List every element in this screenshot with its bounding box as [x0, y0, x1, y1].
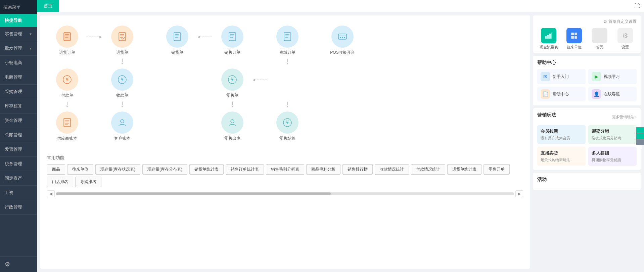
activity-title: 活动	[537, 177, 637, 183]
svg-text:¥: ¥	[231, 77, 234, 82]
func-btn-units[interactable]: 往来单位	[67, 164, 93, 175]
down-arrows-row: ▼ ▼	[47, 59, 523, 65]
func-btn-stock1[interactable]: 现存量(库存状况表)	[95, 164, 140, 175]
flow-node-mall-order[interactable]: 商城订单	[267, 26, 308, 55]
sidebar-search[interactable]: 搜索菜单	[0, 0, 37, 14]
help-item-video[interactable]: ▶ 视频学习	[588, 69, 637, 84]
flow-node-purchase[interactable]: 进货单	[102, 26, 142, 55]
flow-node-pos[interactable]: POS收银开台	[322, 26, 363, 55]
svg-rect-44	[551, 33, 552, 39]
marketing-item-livestream[interactable]: 直播卖货 场景式购物新玩法	[537, 147, 586, 166]
svg-point-38	[231, 120, 234, 123]
float-btn-community[interactable]: 服务社区	[636, 133, 644, 139]
flow-row-1: 进货订单 ▶	[47, 26, 523, 55]
func-btn-purchase-stat[interactable]: 进货单统计表	[447, 164, 481, 175]
marketing: 营销玩法 更多营销玩法 › 会员拉新 吸引用户成为会员 裂变分销 裂变式发展分销…	[533, 108, 641, 170]
sidebar-item-wholesale[interactable]: 批发管理 ▼	[0, 41, 37, 56]
sidebar-item-tax[interactable]: 税务管理	[0, 157, 37, 171]
svg-rect-32	[64, 119, 71, 127]
func-btn-receipt-stat[interactable]: 收款情况统计	[375, 164, 409, 175]
flow-node-purchase-order[interactable]: 进货订单	[47, 26, 87, 55]
help-item-help[interactable]: 📄 帮助中心	[537, 87, 586, 101]
sidebar-item-inventory[interactable]: 库存核算	[0, 99, 37, 114]
chevron-down-icon: ▼	[29, 47, 32, 50]
svg-rect-13	[229, 33, 236, 41]
float-btn-desktop[interactable]: 桌面快捷	[636, 139, 644, 145]
marketing-title: 营销玩法	[537, 112, 556, 118]
func-btn-sales-stat[interactable]: 销货单统计表	[189, 164, 224, 175]
marketing-more[interactable]: 更多营销玩法 ›	[612, 115, 637, 120]
sidebar-item-salary[interactable]: 工资	[0, 186, 37, 200]
flow-node-sale[interactable]: 销货单	[157, 26, 197, 55]
flow-node-payment[interactable]: ¥ 付款单	[47, 69, 87, 98]
func-btn-goods-profit[interactable]: 商品毛利分析	[306, 164, 340, 175]
sidebar-item-ledger[interactable]: 总账管理	[0, 128, 37, 142]
sidebar-item-purchase[interactable]: 采购管理	[0, 85, 37, 99]
float-btn-hotline[interactable]: 客服热线	[636, 127, 644, 133]
quick-access: ⚙ 首页自定义设置 现金流量表	[533, 15, 641, 53]
quick-grid: 现金流量表 往来单位	[537, 28, 637, 50]
func-btn-stock2[interactable]: 现存量(库存分布表)	[142, 164, 187, 175]
quick-access-settings-label[interactable]: 首页自定义设置	[608, 19, 637, 25]
flow-node-supplier-ledger[interactable]: 供应商账本	[47, 111, 87, 141]
settings-icon: ⚙	[617, 28, 633, 43]
func-btn-sales-order-stat[interactable]: 销售订单统计表	[226, 164, 264, 175]
svg-rect-42	[547, 35, 549, 39]
help-center-title: 帮助中心	[537, 60, 637, 66]
common-functions-title: 常用功能	[47, 155, 523, 161]
flow-node-retail[interactable]: ¥ 零售单	[212, 69, 252, 98]
func-btn-goods[interactable]: 商品	[47, 164, 65, 175]
flow-node-receipt[interactable]: ¥ 收款单	[102, 69, 142, 98]
chevron-down-icon: ▼	[29, 32, 32, 36]
help-item-support[interactable]: 👤 在线客服	[588, 87, 637, 101]
scroll-left-btn[interactable]: ◀	[47, 190, 55, 197]
func-btn-guide-rank[interactable]: 导购排名	[75, 177, 101, 187]
help-icon: 📄	[541, 89, 550, 99]
settings-icon[interactable]: ⚙	[0, 256, 37, 272]
scroll-right-btn[interactable]: ▶	[515, 190, 523, 197]
sidebar-item-ecommerce-small[interactable]: 小畅电商	[0, 56, 37, 70]
sale-icon	[166, 26, 188, 48]
func-btn-retail-order[interactable]: 零售开单	[484, 164, 510, 175]
sidebar-item-ecommerce[interactable]: 电商管理	[0, 70, 37, 85]
func-btn-payment-stat[interactable]: 付款情况统计	[411, 164, 445, 175]
marketing-item-groupbuy[interactable]: 多人拼团 拼团购物享受优惠	[588, 147, 637, 166]
mall-order-icon	[276, 26, 298, 48]
sidebar-item-admin[interactable]: 行政管理	[0, 200, 37, 215]
units-icon	[566, 28, 582, 43]
flow-node-sales-order[interactable]: 销售订单	[212, 26, 252, 55]
svg-rect-9	[174, 33, 181, 41]
tabbar: 首页 ⛶	[37, 0, 644, 12]
quick-item-units[interactable]: 往来单位	[563, 28, 586, 50]
func-btn-sales-rank[interactable]: 销售排行榜	[342, 164, 373, 175]
flow-node-customer-ledger[interactable]: 客户账本	[102, 111, 142, 141]
float-buttons: 客服热线 服务社区 桌面快捷	[636, 127, 644, 145]
scroll-bar: ◀ ▶	[47, 190, 523, 197]
svg-rect-17	[284, 33, 291, 41]
svg-text:¥: ¥	[286, 120, 289, 125]
func-btn-store-rank[interactable]: 门店排名	[47, 177, 73, 187]
marketing-item-viral[interactable]: 裂变分销 裂变式发展分销商	[588, 125, 637, 144]
scroll-track[interactable]	[56, 192, 514, 195]
help-item-beginner[interactable]: ✉ 新手入门	[537, 69, 586, 84]
empty-icon	[592, 28, 607, 43]
flow-row-2: ¥ 付款单 ¥	[47, 69, 523, 98]
common-functions: 常用功能 商品 往来单位 现存量(库存状况表) 现存量(库存分布表) 销货单统计…	[47, 155, 523, 187]
quick-item-empty: 暂无	[588, 28, 611, 50]
sidebar-item-retail[interactable]: 零售管理 ▼	[0, 27, 37, 41]
svg-rect-43	[549, 34, 551, 39]
marketing-item-member[interactable]: 会员拉新 吸引用户成为会员	[537, 125, 586, 144]
quick-item-cashflow[interactable]: 现金流量表	[537, 28, 560, 50]
flow-node-retail-settle[interactable]: ¥ 零售结算	[267, 111, 308, 141]
expand-icon[interactable]: ⛶	[631, 3, 644, 9]
sidebar-item-invoice[interactable]: 发票管理	[0, 142, 37, 157]
quick-item-settings[interactable]: ⚙ 设置	[614, 28, 637, 50]
svg-rect-5	[119, 33, 126, 41]
marketing-header: 营销玩法 更多营销玩法 ›	[537, 112, 637, 122]
sidebar-item-fixed-assets[interactable]: 固定资产	[0, 171, 37, 186]
sidebar-item-finance[interactable]: 资金管理	[0, 114, 37, 128]
flow-node-retail-out[interactable]: 零售出库	[212, 111, 252, 141]
tab-home[interactable]: 首页	[37, 0, 59, 12]
func-btn-sales-profit[interactable]: 销售毛利分析表	[266, 164, 304, 175]
beginner-icon: ✉	[541, 72, 550, 81]
